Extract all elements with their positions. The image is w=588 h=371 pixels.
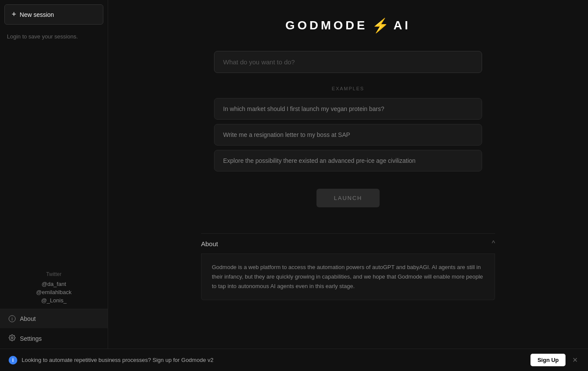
banner-left: i Looking to automate repetitive busines… [9,356,214,365]
login-text: Login to save your sessions. [0,29,108,44]
example-item-1[interactable]: In which market should I first launch my… [214,98,482,120]
gear-icon [9,334,16,342]
about-icon: i [9,315,16,322]
logo-text-left: GODMODE [285,19,368,32]
sidebar-bottom: i About Settings [0,309,108,349]
plus-icon: + [12,10,16,19]
logo: GODMODE ⚡ AI [285,17,411,34]
search-container [214,51,482,73]
example-item-3[interactable]: Explore the possibility there existed an… [214,150,482,171]
about-header[interactable]: About ^ [201,233,495,254]
bottom-banner: i Looking to automate repetitive busines… [0,349,588,371]
sign-up-button[interactable]: Sign Up [530,354,566,366]
logo-text-right: AI [393,19,411,32]
close-button[interactable]: × [571,355,579,365]
twitter-link-2[interactable]: @emilahlback [0,288,108,296]
twitter-link-1[interactable]: @da_fant [0,280,108,288]
about-text: Godmode is a web platform to access the … [212,263,484,291]
settings-button[interactable]: Settings [0,328,108,349]
about-label: About [20,315,36,322]
new-session-button[interactable]: + New session [4,4,103,25]
settings-label: Settings [20,335,42,342]
bolt-icon: ⚡ [372,17,389,34]
examples-label: EXAMPLES [214,86,482,91]
svg-point-0 [11,337,13,339]
banner-text: Looking to automate repetitive business … [22,357,214,363]
search-input[interactable] [214,51,482,73]
sidebar-spacer [0,44,108,267]
main-content: GODMODE ⚡ AI EXAMPLES In which market sh… [108,0,588,349]
chevron-up-icon: ^ [492,240,495,247]
sidebar: + New session Login to save your session… [0,0,108,349]
example-item-2[interactable]: Write me a resignation letter to my boss… [214,124,482,146]
twitter-label: Twitter [0,271,108,277]
about-section: About ^ Godmode is a web platform to acc… [201,233,495,300]
banner-right: Sign Up × [530,354,579,366]
new-session-label: New session [20,11,54,18]
about-button[interactable]: i About [0,309,108,328]
twitter-link-3[interactable]: @_Lonis_ [0,296,108,304]
info-icon: i [9,356,17,365]
twitter-section: Twitter @da_fant @emilahlback @_Lonis_ [0,267,108,309]
about-title: About [201,240,218,247]
about-content: Godmode is a web platform to access the … [201,254,495,300]
launch-button[interactable]: LAUNCH [316,189,379,207]
examples-section: EXAMPLES In which market should I first … [214,86,482,176]
